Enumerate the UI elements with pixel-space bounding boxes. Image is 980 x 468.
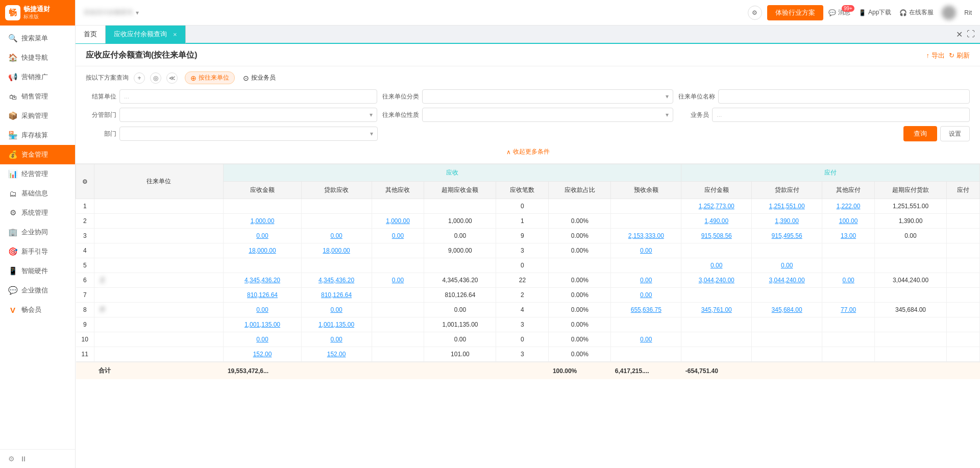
table-cell[interactable]: 810,126.64 <box>301 288 372 303</box>
add-scheme-btn[interactable]: + <box>134 72 145 84</box>
tab-home[interactable]: 首页 <box>76 26 106 43</box>
table-cell[interactable]: 1,000.00 <box>224 214 301 229</box>
table-cell[interactable] <box>681 243 752 258</box>
col-setting-header[interactable]: ⚙ <box>76 164 94 199</box>
table-cell[interactable]: 3,044,240.00 <box>681 273 752 288</box>
table-cell[interactable]: 2,153,333.00 <box>611 229 681 243</box>
table-cell[interactable]: 0.00 <box>611 332 681 347</box>
table-cell[interactable]: 4,345,436.20 <box>224 273 301 288</box>
sidebar-item-basic-info[interactable]: 🗂 基础信息 <box>0 184 75 203</box>
table-cell[interactable]: 915,508.56 <box>681 229 752 243</box>
table-cell[interactable] <box>752 243 822 258</box>
header-service-btn[interactable]: 🎧 在线客服 <box>899 8 934 17</box>
header-username[interactable]: Rit <box>964 9 972 16</box>
table-cell[interactable] <box>752 347 822 362</box>
table-cell[interactable] <box>301 258 372 273</box>
sidebar-item-purchase[interactable]: 📦 采购管理 <box>0 106 75 126</box>
table-cell[interactable]: 345,761.00 <box>681 303 752 317</box>
table-cell[interactable]: 152.00 <box>301 347 372 362</box>
table-cell[interactable] <box>372 288 424 303</box>
export-btn[interactable]: ↑ 导出 <box>926 51 945 60</box>
breadcrumb-dropdown-icon[interactable]: ▾ <box>136 9 139 16</box>
header-gear-btn[interactable]: ⚙ <box>748 6 762 20</box>
table-cell[interactable]: 152.00 <box>224 347 301 362</box>
header-app-btn[interactable]: 📱 App下载 <box>859 8 891 17</box>
query-button[interactable]: 查询 <box>903 126 937 141</box>
table-cell[interactable] <box>752 288 822 303</box>
table-cell[interactable] <box>301 214 372 229</box>
sidebar-item-smart-hw[interactable]: 📱 智能硬件 <box>0 261 75 281</box>
table-cell[interactable]: 0.00 <box>372 229 424 243</box>
settlement-unit-input[interactable]: ... <box>119 89 377 104</box>
unit-category-dropdown[interactable] <box>422 89 674 104</box>
table-cell[interactable]: 0.00 <box>611 273 681 288</box>
scheme-by-unit[interactable]: ⊕ 按往来单位 <box>185 71 235 84</box>
table-cell[interactable]: 0.00 <box>372 273 424 288</box>
table-cell[interactable] <box>372 258 424 273</box>
table-cell[interactable]: 0.00 <box>224 229 301 243</box>
table-cell[interactable] <box>822 258 875 273</box>
table-cell[interactable] <box>822 332 875 347</box>
footer-ar-amount[interactable]: 19,553,472,6... <box>224 362 301 379</box>
table-cell[interactable]: 18,000.00 <box>224 243 301 258</box>
table-cell[interactable]: 915,495.56 <box>752 229 822 243</box>
table-cell[interactable] <box>301 199 372 214</box>
dept-head-dropdown[interactable] <box>119 108 377 122</box>
table-cell[interactable]: 0.00 <box>681 258 752 273</box>
header-msg-btn[interactable]: 💬 消息 99+ <box>828 8 850 17</box>
table-cell[interactable] <box>611 214 681 229</box>
table-cell[interactable]: 1,001,135.00 <box>301 317 372 332</box>
table-cell[interactable] <box>752 317 822 332</box>
tab-expand-icon[interactable]: ⛶ <box>967 30 975 39</box>
table-cell[interactable]: 0.00 <box>611 288 681 303</box>
table-cell[interactable]: 4,345,436.20 <box>301 273 372 288</box>
table-cell[interactable] <box>372 303 424 317</box>
table-cell[interactable] <box>224 199 301 214</box>
footer-advance[interactable]: 6,417,215.... <box>611 362 681 379</box>
collapse-btn[interactable]: ∧ 收起更多条件 <box>86 145 970 158</box>
table-cell[interactable]: 0.00 <box>301 332 372 347</box>
table-cell[interactable] <box>822 288 875 303</box>
table-cell[interactable]: 0.00 <box>611 243 681 258</box>
sidebar-item-wechat[interactable]: 💬 企业微信 <box>0 281 75 300</box>
trial-btn[interactable]: 体验行业方案 <box>767 5 823 20</box>
more-scheme-btn[interactable]: ≪ <box>166 72 178 84</box>
sidebar-item-quick-nav[interactable]: 🏠 快捷导航 <box>0 48 75 67</box>
table-setting-icon[interactable]: ⚙ <box>82 178 88 185</box>
sidebar-item-search-menu[interactable]: 🔍 搜索菜单 <box>0 29 75 48</box>
table-cell[interactable] <box>822 347 875 362</box>
sidebar-item-guide[interactable]: 🎯 新手引导 <box>0 242 75 261</box>
table-cell[interactable]: 1,001,135.00 <box>224 317 301 332</box>
sidebar-item-finance[interactable]: 💰 资金管理 <box>0 145 75 164</box>
table-cell[interactable]: 1,222.00 <box>822 199 875 214</box>
sidebar-item-member[interactable]: V 畅会员 <box>0 300 75 319</box>
edit-scheme-btn[interactable]: ◎ <box>150 72 161 84</box>
table-cell[interactable] <box>611 347 681 362</box>
salesperson-input[interactable]: ... <box>712 108 970 122</box>
table-cell[interactable] <box>611 258 681 273</box>
table-cell[interactable] <box>372 347 424 362</box>
sidebar-item-marketing[interactable]: 📢 营销推广 <box>0 67 75 87</box>
table-cell[interactable] <box>224 258 301 273</box>
table-cell[interactable]: 810,126.64 <box>224 288 301 303</box>
setting-button[interactable]: 设置 <box>940 126 970 141</box>
table-cell[interactable]: 3,044,240.00 <box>752 273 822 288</box>
table-cell[interactable]: 0.00 <box>822 273 875 288</box>
tab-close-icon[interactable]: × <box>173 31 177 38</box>
table-cell[interactable]: 1,251,551.00 <box>752 199 822 214</box>
tab-close-window-icon[interactable]: ✕ <box>956 30 963 39</box>
table-cell[interactable]: 1,390.00 <box>752 214 822 229</box>
table-cell[interactable]: 655,636.75 <box>611 303 681 317</box>
table-cell[interactable]: 1,490.00 <box>681 214 752 229</box>
dept-dropdown[interactable] <box>119 127 378 141</box>
table-cell[interactable] <box>372 317 424 332</box>
table-cell[interactable] <box>752 332 822 347</box>
table-cell[interactable]: 345,684.00 <box>752 303 822 317</box>
table-cell[interactable] <box>611 317 681 332</box>
table-cell[interactable] <box>681 332 752 347</box>
unit-name-input[interactable] <box>718 89 970 104</box>
sidebar-item-sales[interactable]: 🛍 销售管理 <box>0 87 75 106</box>
table-cell[interactable]: 13.00 <box>822 229 875 243</box>
table-cell[interactable] <box>681 347 752 362</box>
unit-nature-dropdown[interactable] <box>422 108 674 122</box>
